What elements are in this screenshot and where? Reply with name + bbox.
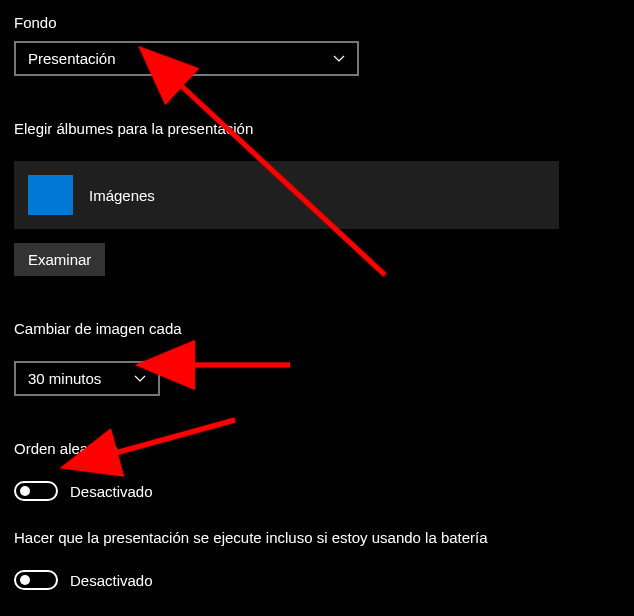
browse-button[interactable]: Examinar (14, 243, 105, 276)
chevron-down-icon (333, 53, 345, 65)
battery-toggle[interactable] (14, 570, 58, 590)
shuffle-toggle[interactable] (14, 481, 58, 501)
battery-state-label: Desactivado (70, 572, 153, 589)
album-folder-name: Imágenes (89, 187, 155, 204)
folder-thumbnail-icon (28, 175, 73, 215)
toggle-knob-icon (20, 486, 30, 496)
interval-dropdown[interactable]: 30 minutos (14, 361, 160, 396)
interval-label: Cambiar de imagen cada (14, 320, 620, 337)
album-folder-row[interactable]: Imágenes (14, 161, 559, 229)
shuffle-state-label: Desactivado (70, 483, 153, 500)
battery-label: Hacer que la presentación se ejecute inc… (14, 529, 604, 546)
chevron-down-icon (134, 373, 146, 385)
background-dropdown[interactable]: Presentación (14, 41, 359, 76)
albums-label: Elegir álbumes para la presentación (14, 120, 620, 137)
toggle-knob-icon (20, 575, 30, 585)
interval-dropdown-value: 30 minutos (28, 370, 101, 387)
background-dropdown-value: Presentación (28, 50, 116, 67)
shuffle-label: Orden aleatorio (14, 440, 620, 457)
background-label: Fondo (14, 14, 620, 31)
